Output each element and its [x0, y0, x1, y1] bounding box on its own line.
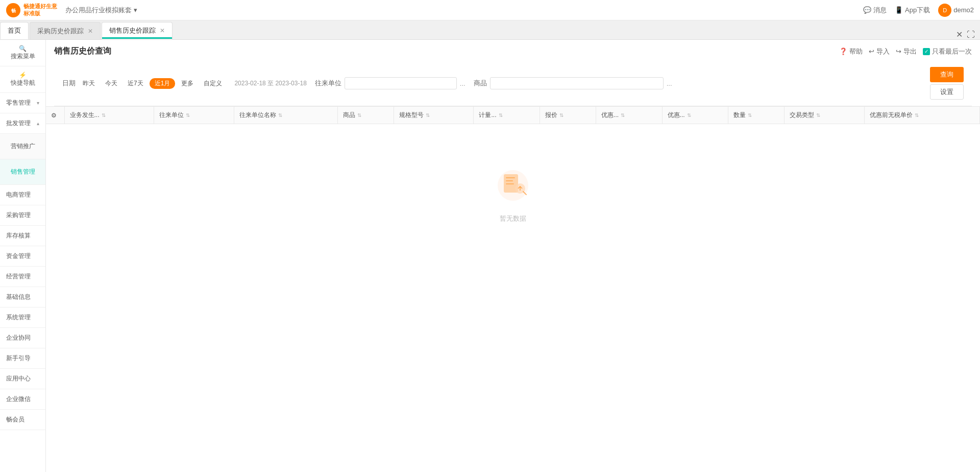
col-no-tax-price[interactable]: 优惠前无税单价 ⇅ — [864, 107, 979, 124]
sidebar-item-inventory[interactable]: 库存核算 — [0, 226, 45, 246]
goods-dots-button[interactable]: ... — [667, 80, 672, 87]
page-actions: ❓ 帮助 ↩ 导入 ↪ 导出 ✓ 只看最后一次 — [839, 47, 972, 56]
chevron-down-icon: ▾ — [134, 6, 137, 14]
settings-button[interactable]: 设置 — [930, 84, 964, 100]
sidebar-item-retail-mgmt[interactable]: 零售管理 ▾ — [0, 93, 45, 113]
sidebar-item-new-user-guide[interactable]: 新手引导 — [0, 348, 45, 369]
sidebar-item-app-center[interactable]: 应用中心 — [0, 369, 45, 389]
tab-bar-actions: ✕ ⛶ — [956, 30, 980, 39]
goods-input[interactable] — [490, 77, 664, 89]
sidebar-item-basic-info[interactable]: 基础信息 — [0, 287, 45, 308]
col-goods[interactable]: 商品 ⇅ — [337, 107, 394, 124]
app-download-button[interactable]: 📱 App下载 — [895, 6, 930, 15]
table-header: ⚙ 业务发生... ⇅ 往来单位 ⇅ — [46, 107, 980, 124]
import-icon: ↩ — [869, 48, 874, 55]
date-range-text: 2023-02-18 至 2023-03-18 — [234, 79, 306, 88]
only-last-checkbox[interactable]: ✓ 只看最后一次 — [923, 47, 972, 56]
partner-filter-group: 往来单位 ... — [315, 77, 465, 89]
date-btn-custom[interactable]: 自定义 — [200, 78, 226, 89]
page-title-row: 销售历史价查询 ❓ 帮助 ↩ 导入 ↪ 导出 ✓ — [54, 46, 972, 57]
top-bar: 畅 畅捷通好生意 标准版 办公用品行业模拟账套 ▾ 💬 消息 📱 App下载 D… — [0, 0, 980, 20]
col-biz-date[interactable]: 业务发生... ⇅ — [64, 107, 154, 124]
app-selector[interactable]: 办公用品行业模拟账套 ▾ — [65, 6, 137, 15]
col-discount1[interactable]: 优惠... ⇅ — [596, 107, 663, 124]
sidebar-item-marketing[interactable]: 营销推广 — [0, 134, 45, 159]
sidebar-item-operations[interactable]: 经营管理 — [0, 267, 45, 287]
tab-sales-history[interactable]: 销售历史价跟踪 ✕ — [102, 22, 173, 39]
col-trade-type[interactable]: 交易类型 ⇅ — [785, 107, 865, 124]
col-partner-name[interactable]: 往来单位名称 ⇅ — [234, 107, 337, 124]
date-btn-1month[interactable]: 近1月 — [150, 78, 176, 89]
col-unit[interactable]: 计量... ⇅ — [474, 107, 540, 124]
col-quantity[interactable]: 数量 ⇅ — [728, 107, 785, 124]
content-area: 销售历史价查询 ❓ 帮助 ↩ 导入 ↪ 导出 ✓ — [46, 40, 980, 472]
sidebar-item-system-mgmt[interactable]: 系统管理 — [0, 308, 45, 328]
sort-icon: ⇅ — [816, 112, 820, 118]
svg-rect-6 — [506, 183, 514, 184]
svg-rect-4 — [506, 177, 515, 178]
top-bar-left: 畅 畅捷通好生意 标准版 办公用品行业模拟账套 ▾ — [6, 3, 137, 17]
svg-rect-5 — [506, 180, 513, 181]
date-btn-more[interactable]: 更多 — [177, 78, 198, 89]
date-filter-group: 日期 昨天 今天 近7天 近1月 更多 自定义 — [62, 78, 226, 89]
sort-icon: ⇅ — [748, 112, 752, 118]
tab-bar: 首页 采购历史价跟踪 ✕ 销售历史价跟踪 ✕ ✕ ⛶ — [0, 20, 980, 40]
tab-sales-history-close[interactable]: ✕ — [160, 27, 165, 34]
sort-icon: ⇅ — [102, 112, 106, 118]
sort-icon: ⇅ — [278, 112, 282, 118]
query-settings-buttons: 查询 设置 — [930, 67, 964, 100]
user-profile[interactable]: D demo2 — [938, 4, 974, 17]
col-discount2[interactable]: 优惠... ⇅ — [662, 107, 728, 124]
sidebar-item-ecommerce-mgmt[interactable]: 电商管理 — [0, 185, 45, 205]
help-button[interactable]: ❓ 帮助 — [839, 47, 863, 56]
export-button[interactable]: ↪ 导出 — [896, 47, 917, 56]
col-spec[interactable]: 规格型号 ⇅ — [394, 107, 474, 124]
sort-icon: ⇅ — [621, 112, 625, 118]
date-label: 日期 — [62, 79, 76, 88]
filter-bar: 日期 昨天 今天 近7天 近1月 更多 自定义 2023-02-18 至 202… — [54, 62, 972, 106]
tab-maximize-button[interactable]: ⛶ — [967, 30, 975, 39]
col-quote[interactable]: 报价 ⇅ — [540, 107, 596, 124]
sidebar-item-wholesale-mgmt[interactable]: 批发管理 ▴ — [0, 113, 45, 134]
col-partner-code[interactable]: 往来单位 ⇅ — [154, 107, 234, 124]
import-button[interactable]: ↩ 导入 — [869, 47, 890, 56]
sidebar-item-enterprise-coop[interactable]: 企业协同 — [0, 328, 45, 348]
sort-icon: ⇅ — [687, 112, 691, 118]
message-button[interactable]: 💬 消息 — [863, 6, 887, 15]
query-button[interactable]: 查询 — [930, 67, 964, 82]
page-header: 销售历史价查询 ❓ 帮助 ↩ 导入 ↪ 导出 ✓ — [46, 40, 980, 107]
date-btn-yesterday[interactable]: 昨天 — [79, 78, 99, 89]
table-container: ⚙ 业务发生... ⇅ 往来单位 ⇅ — [46, 107, 980, 472]
export-icon: ↪ — [896, 48, 901, 55]
sidebar-item-member[interactable]: 畅会员 — [0, 410, 45, 430]
tab-purchase-history[interactable]: 采购历史价跟踪 ✕ — [30, 22, 101, 39]
avatar: D — [938, 4, 951, 17]
date-range-display: 2023-02-18 至 2023-03-18 — [234, 79, 306, 88]
settings-icon[interactable]: ⚙ — [51, 112, 57, 119]
tab-purchase-history-close[interactable]: ✕ — [88, 28, 93, 35]
date-buttons: 昨天 今天 近7天 近1月 更多 自定义 — [79, 78, 226, 89]
sidebar-item-quick-nav[interactable]: ⚡ 快捷导航 — [0, 66, 45, 93]
date-btn-7days[interactable]: 近7天 — [124, 78, 148, 89]
col-settings[interactable]: ⚙ — [46, 107, 64, 124]
sidebar-item-search-menu[interactable]: 🔍 搜索菜单 — [0, 40, 45, 66]
empty-icon — [493, 165, 533, 206]
download-icon: 📱 — [895, 6, 903, 14]
sort-icon: ⇅ — [499, 112, 503, 118]
sidebar-item-sales-mgmt[interactable]: 销售管理 — [0, 159, 45, 185]
goods-label: 商品 — [474, 79, 487, 88]
date-btn-today[interactable]: 今天 — [101, 78, 121, 89]
sidebar-item-enterprise-wechat[interactable]: 企业微信 — [0, 389, 45, 410]
tab-close-button[interactable]: ✕ — [956, 30, 963, 39]
sort-icon: ⇅ — [186, 112, 190, 118]
sidebar-item-purchase-mgmt[interactable]: 采购管理 — [0, 205, 45, 226]
partner-label: 往来单位 — [315, 79, 341, 88]
svg-text:畅: 畅 — [11, 8, 16, 13]
partner-input[interactable] — [345, 77, 457, 89]
tab-home[interactable]: 首页 — [0, 22, 29, 39]
nav-icon: ⚡ — [19, 72, 27, 79]
logo-text: 畅捷通好生意 标准版 — [23, 3, 57, 16]
partner-dots-button[interactable]: ... — [460, 80, 465, 87]
sidebar-item-finance-mgmt[interactable]: 资金管理 — [0, 246, 45, 267]
data-table: ⚙ 业务发生... ⇅ 往来单位 ⇅ — [46, 107, 980, 124]
